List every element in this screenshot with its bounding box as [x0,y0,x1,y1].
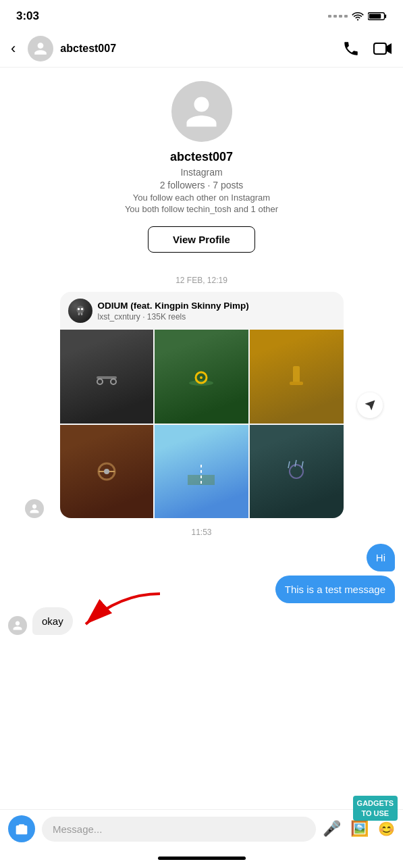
message-text-hi: Hi [376,552,385,563]
back-button[interactable]: ‹ [11,37,21,60]
camera-icon [15,822,28,836]
svg-line-25 [295,460,296,467]
reel-image-1 [60,330,154,424]
svg-point-23 [290,465,303,478]
svg-point-5 [76,306,84,314]
reel-artist-icon [68,299,92,323]
reel-image-3 [250,330,344,424]
profile-section: abctest007 Instagram 2 followers · 7 pos… [0,68,403,266]
svg-rect-6 [78,313,80,315]
profile-person-icon [183,93,220,130]
profile-name: abctest007 [170,150,233,164]
profile-follow-info-1: You follow each other on Instagram [133,193,270,203]
bubble-test: This is a test message [275,576,395,603]
gallery-icon[interactable]: 🖼️ [350,820,369,838]
input-bar: Message... 🎤 🖼️ 😊 [0,810,403,848]
person-icon [33,41,48,56]
send-icon [364,399,376,411]
received-avatar-reel [25,499,44,518]
status-icons [328,11,387,21]
message-text-test: This is a test message [285,584,385,595]
chat-area: 12 FEB, 12:19 ODIUM (feat. Kingpin Skinn… [0,276,403,635]
reel-share-button[interactable] [357,392,383,418]
svg-rect-16 [293,366,300,383]
profile-platform: Instagram [180,167,222,178]
reel-image-2 [155,330,248,424]
header-actions [342,40,392,57]
message-hi: Hi [8,544,395,571]
profile-follow-info-2: You both follow techin_tosh and 1 other [125,204,278,214]
svg-rect-17 [290,382,303,385]
battery-icon [368,11,387,21]
reel-header: ODIUM (feat. Kingpin Skinny Pimp) lxst_c… [60,292,344,330]
person-icon [29,503,40,514]
wifi-icon [352,11,364,21]
svg-marker-4 [387,43,392,54]
svg-rect-2 [369,14,381,19]
profile-stats: 2 followers · 7 posts [160,180,244,190]
message-test: This is a test message [8,576,395,603]
timestamp-1: 12 FEB, 12:19 [8,276,395,285]
rain-ride-icon [283,458,310,485]
svg-point-11 [97,379,103,384]
received-avatar [8,616,27,635]
header-username: abctest007 [60,43,335,55]
treadmill-icon [93,363,120,390]
sticker-icon[interactable]: 😊 [378,821,395,837]
status-bar: 3:03 [0,0,403,30]
view-profile-button[interactable]: View Profile [148,226,255,253]
reel-image-6 [250,425,344,519]
header-avatar [28,36,53,61]
home-indicator [0,848,403,868]
received-message-row: okay [8,607,395,635]
mic-icon[interactable]: 🎤 [323,820,341,838]
skull-icon [74,304,87,317]
status-time: 3:03 [16,9,39,23]
home-bar [158,857,246,860]
person-icon [12,620,23,631]
camera-button[interactable] [8,815,35,842]
svg-line-26 [302,461,303,468]
svg-rect-3 [374,43,386,54]
timestamp-2: 11:53 [8,528,395,537]
gold-statue-icon [283,363,310,390]
svg-line-24 [288,461,290,468]
svg-point-20 [104,469,109,474]
video-icon[interactable] [373,41,392,56]
svg-point-15 [200,376,203,379]
reel-image-5 [155,425,248,519]
message-okay-row: okay [8,607,395,635]
svg-point-8 [77,308,79,310]
input-icons: 🎤 🖼️ 😊 [323,820,395,838]
reel-info: ODIUM (feat. Kingpin Skinny Pimp) lxst_c… [98,300,335,322]
svg-rect-7 [80,313,82,315]
message-text-okay: okay [42,615,63,627]
watermark-line2: TO USE [357,809,394,818]
reel-card: ODIUM (feat. Kingpin Skinny Pimp) lxst_c… [60,292,344,518]
svg-point-12 [111,379,116,384]
chat-header: ‹ abctest007 [0,30,403,68]
reel-image-4 [60,425,154,519]
svg-point-9 [80,308,82,310]
watermark-line1: GADGETS [357,798,394,808]
reel-title: ODIUM (feat. Kingpin Skinny Pimp) [98,300,335,312]
road-icon [188,458,215,485]
watermark: GADGETS TO USE [353,796,398,821]
reel-subtitle: lxst_cxntury · 135K reels [98,312,335,322]
message-input[interactable]: Message... [42,817,316,842]
bubble-hi: Hi [367,544,395,571]
handlebar-icon [93,458,120,485]
bottom-bar: Message... 🎤 🖼️ 😊 [0,809,403,868]
profile-avatar [171,81,232,142]
signal-icon [328,15,348,18]
bubble-okay: okay [32,607,73,635]
phone-icon[interactable] [342,40,360,57]
message-placeholder: Message... [53,823,102,835]
motorcycle-road-icon [188,363,215,390]
svg-rect-1 [385,14,387,18]
reel-grid [60,330,344,518]
